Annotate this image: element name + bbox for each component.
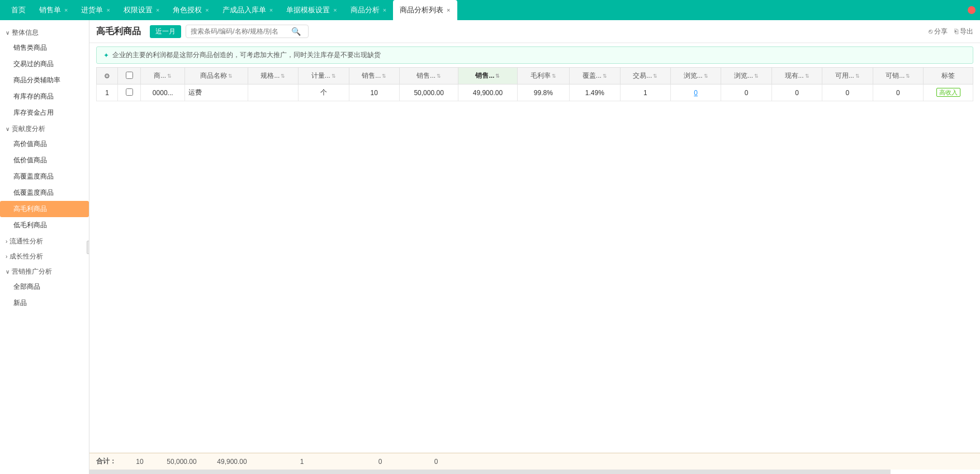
close-role-tab[interactable]: × [205, 7, 209, 13]
cell-sales-amt: 50,000.00 [399, 85, 458, 101]
col-spec[interactable]: 规格...⇅ [248, 68, 298, 85]
col-code[interactable]: 商...⇅ [141, 68, 185, 85]
sidebar-section-contribution[interactable]: ∨ 贡献度分析 [0, 121, 89, 136]
sidebar-item-high-coverage[interactable]: 高覆盖度商品 [0, 168, 89, 185]
share-button[interactable]: ⎋ 分享 [929, 27, 948, 36]
window-close-btn[interactable] [968, 6, 976, 14]
close-analysis-tab[interactable]: × [383, 7, 386, 13]
contribution-arrow: ∨ [6, 126, 10, 132]
nav-home[interactable]: 首页 [4, 0, 32, 20]
col-name[interactable]: 商品名称⇅ [185, 68, 248, 85]
sidebar-item-high-margin[interactable]: 高毛利商品 [0, 201, 89, 217]
sidebar-item-low-margin[interactable]: 低毛利商品 [0, 217, 89, 233]
cell-sellable: 0 [873, 85, 923, 101]
nav-purchase[interactable]: 进货单 × [74, 0, 116, 20]
nav-sales[interactable]: 销售单 × [32, 0, 74, 20]
sidebar-item-all-goods[interactable]: 全部商品 [0, 279, 89, 295]
footer-trans: 1 [257, 458, 347, 466]
row-checkbox[interactable] [126, 88, 133, 96]
close-permission-tab[interactable]: × [156, 7, 159, 13]
nav-analysis-list[interactable]: 商品分析列表 × [393, 0, 457, 20]
cell-available: 0 [822, 85, 873, 101]
cell-name: 运费 [185, 85, 248, 101]
nav-role[interactable]: 角色授权 × [166, 0, 215, 20]
sidebar-item-traded[interactable]: 交易过的商品 [0, 56, 89, 72]
col-current[interactable]: 现有...⇅ [771, 68, 822, 85]
close-template-tab[interactable]: × [333, 7, 337, 13]
cell-browse2: 0 [721, 85, 771, 101]
high-income-tag: 高收入 [936, 88, 960, 97]
footer-sales-qty: 10 [123, 458, 157, 466]
window-controls [968, 6, 976, 14]
col-trans[interactable]: 交易...⇅ [620, 68, 670, 85]
sidebar-item-inventory-capital[interactable]: 库存资金占用 [0, 105, 89, 121]
content-header: 高毛利商品 近一月 🔍 ⎋ 分享 ⎗ 导出 [89, 20, 980, 43]
export-button[interactable]: ⎗ 导出 [954, 27, 973, 36]
col-unit[interactable]: 计量...⇅ [299, 68, 349, 85]
sidebar-section-marketing[interactable]: ∨ 营销推广分析 [0, 264, 89, 279]
tip-bar: ✦ 企业的主要的利润都是这部分商品创造的，可考虑加大推广，同时关注库存是不要出现… [96, 46, 973, 64]
tip-icon: ✦ [103, 51, 109, 59]
col-browse1[interactable]: 浏览...⇅ [670, 68, 721, 85]
sidebar-item-sales-goods[interactable]: 销售类商品 [0, 40, 89, 56]
sidebar-item-stocked[interactable]: 有库存的商品 [0, 88, 89, 105]
nav-permission[interactable]: 权限设置 × [117, 0, 166, 20]
sidebar-section-liquidity[interactable]: › 流通性分析 [0, 233, 89, 248]
col-gross-rate[interactable]: 毛利率⇅ [517, 68, 570, 85]
table-row: 1 0000... 运费 个 10 50,000.00 49,900.00 99… [97, 85, 973, 101]
col-sellable[interactable]: 可销...⇅ [873, 68, 923, 85]
col-coverage[interactable]: 覆盖...⇅ [570, 68, 620, 85]
footer-browse1: 0 [347, 458, 414, 466]
col-sales-profit[interactable]: 销售...⇅ [458, 68, 517, 85]
col-tag[interactable]: 标签 [924, 68, 973, 85]
col-settings[interactable]: ⚙ [97, 68, 118, 85]
close-sales-tab[interactable]: × [64, 7, 68, 13]
sidebar-item-low-coverage[interactable]: 低覆盖度商品 [0, 185, 89, 201]
time-filter-button[interactable]: 近一月 [150, 25, 181, 38]
sidebar-section-overall[interactable]: ∨ 整体信息 [0, 25, 89, 40]
bottom-scrollbar[interactable] [89, 470, 891, 474]
marketing-arrow: ∨ [6, 269, 10, 275]
col-browse2[interactable]: 浏览...⇅ [721, 68, 771, 85]
cell-sales-profit: 49,900.00 [458, 85, 517, 101]
cell-trans: 1 [620, 85, 670, 101]
cell-browse1[interactable]: 0 [670, 85, 721, 101]
search-icon[interactable]: 🔍 [291, 27, 301, 36]
cell-tag: 高收入 [924, 85, 973, 101]
liquidity-arrow: › [6, 238, 7, 245]
cell-check[interactable] [118, 85, 141, 101]
cell-spec [248, 85, 298, 101]
sidebar-item-category-rate[interactable]: 商品分类辅助率 [0, 72, 89, 88]
col-available[interactable]: 可用...⇅ [822, 68, 873, 85]
close-purchase-tab[interactable]: × [106, 7, 110, 13]
growth-arrow: › [6, 254, 7, 260]
tip-text: 企业的主要的利润都是这部分商品创造的，可考虑加大推广，同时关注库存是不要出现缺货 [112, 50, 381, 60]
select-all-checkbox[interactable] [126, 72, 133, 79]
cell-gross-rate: 99.8% [517, 85, 570, 101]
col-sales-amt[interactable]: 销售...⇅ [399, 68, 458, 85]
nav-inbound[interactable]: 产成品入库单 × [216, 0, 280, 20]
footer-cells: 10 50,000.00 49,900.00 1 0 0 [123, 458, 973, 466]
top-nav: 首页 销售单 × 进货单 × 权限设置 × 角色授权 × 产成品入库单 × 单据… [0, 0, 980, 20]
cell-unit: 个 [299, 85, 349, 101]
footer-available: 0 [414, 458, 458, 466]
search-input[interactable] [191, 27, 291, 35]
sidebar: 《 ∨ 整体信息 销售类商品 交易过的商品 商品分类辅助率 有库存的商品 库存资… [0, 20, 89, 474]
close-analysis-list-tab[interactable]: × [447, 7, 450, 13]
header-actions: ⎋ 分享 ⎗ 导出 [929, 27, 973, 36]
col-check[interactable] [118, 68, 141, 85]
nav-template[interactable]: 单据模板设置 × [280, 0, 343, 20]
nav-analysis[interactable]: 商品分析 × [344, 0, 393, 20]
content-area: 高毛利商品 近一月 🔍 ⎋ 分享 ⎗ 导出 ✦ 企业的主要的利润都是这部分商品创… [89, 20, 980, 474]
sidebar-item-high-value[interactable]: 高价值商品 [0, 136, 89, 152]
close-inbound-tab[interactable]: × [269, 7, 273, 13]
sidebar-item-new-goods[interactable]: 新品 [0, 295, 89, 311]
sidebar-item-low-value[interactable]: 低价值商品 [0, 152, 89, 168]
data-table: ⚙ 商...⇅ 商品名称⇅ 规格...⇅ 计量...⇅ 销售...⇅ 销售...… [96, 67, 973, 101]
export-icon: ⎗ [954, 27, 958, 35]
col-sales-qty[interactable]: 销售...⇅ [349, 68, 399, 85]
page-title: 高毛利商品 [96, 26, 141, 37]
cell-coverage: 1.49% [570, 85, 620, 101]
sidebar-section-growth[interactable]: › 成长性分析 [0, 248, 89, 264]
cell-code: 0000... [141, 85, 185, 101]
